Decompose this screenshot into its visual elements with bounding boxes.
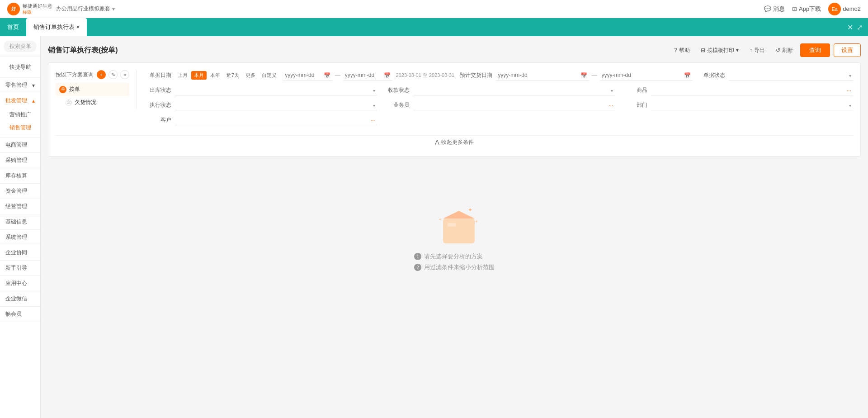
sidebar-item-marketing[interactable]: 营销推广	[4, 108, 37, 121]
customer-label: 客户	[144, 116, 171, 124]
filter-panel: 按以下方案查询 + ✎ « 单 按单 欠 欠货情况	[48, 62, 861, 157]
filter-scheme-icons: + ✎ «	[97, 70, 129, 79]
sidebar-section-purchase: 采购管理	[0, 153, 40, 168]
expected-date-from-input[interactable]	[496, 70, 589, 81]
scheme-item-按单[interactable]: 单 按单	[56, 83, 129, 96]
add-scheme-button[interactable]: +	[97, 70, 106, 79]
filter-field-goods: 商品 ···	[620, 85, 853, 95]
customer-input-wrap: ···	[175, 115, 377, 125]
filter-row-3: 执行状态 ▾ 业务员 ···	[144, 100, 853, 110]
goods-input[interactable]	[651, 85, 853, 95]
sidebar: 搜索菜单 零售管理 快捷导航 零售管理 ▾ 批发管理 ▴ 营销推广 销售管理	[0, 36, 41, 418]
sidebar-item-apps[interactable]: 应用中心	[0, 276, 40, 291]
date-tab-more[interactable]: 更多	[243, 71, 258, 80]
outbound-label: 出库状态	[144, 86, 171, 94]
query-button[interactable]: 查询	[800, 43, 830, 57]
breadcrumb: 办公用品行业模拟账套 ▾	[56, 5, 115, 13]
edit-scheme-button[interactable]: ✎	[108, 70, 118, 79]
sidebar-item-purchase[interactable]: 采购管理	[0, 153, 40, 168]
help-button[interactable]: ? 帮助	[670, 45, 693, 56]
goods-input-wrap: ···	[651, 85, 853, 95]
filter-field-salesman: 业务员 ···	[382, 100, 615, 110]
tab-close-button[interactable]: ✕	[847, 23, 853, 32]
sidebar-item-basic[interactable]: 基础信息	[0, 214, 40, 229]
logo-text: 畅捷通好生意 标版	[23, 3, 52, 15]
goods-label: 商品	[620, 86, 647, 94]
filter-field-date: 单据日期 上月 本月 本年 近7天 更多 自定义	[144, 70, 454, 81]
sidebar-section-newbie: 新手引导	[0, 261, 40, 276]
customer-input[interactable]	[175, 115, 377, 125]
date-tab-this-month[interactable]: 本月	[191, 71, 207, 80]
sidebar-item-member[interactable]: 畅会员	[0, 307, 40, 322]
exec-input[interactable]	[175, 100, 377, 110]
sidebar-item-retail[interactable]: 零售管理 ▾	[0, 78, 40, 93]
chevron-down-icon: ▾	[32, 82, 35, 89]
collapse-more-button[interactable]: ⋀ 收起更多条件	[56, 135, 853, 149]
sidebar-item-sales[interactable]: 销售管理	[4, 121, 37, 134]
empty-hint-item-2: 2 用过滤条件来缩小分析范围	[414, 263, 495, 271]
download-icon: ⊡	[792, 5, 797, 12]
settings-button[interactable]: 设置	[834, 43, 861, 57]
sidebar-section-enterprise: 企业协同	[0, 245, 40, 261]
scheme-item-欠货[interactable]: 欠 欠货情况	[56, 96, 129, 109]
user-avatar-area[interactable]: Ea demo2	[828, 3, 861, 15]
sidebar-item-wechat[interactable]: 企业微信	[0, 291, 40, 306]
date-tab-custom[interactable]: 自定义	[259, 71, 279, 80]
message-icon: 💬	[764, 5, 771, 12]
dept-input[interactable]	[651, 100, 853, 110]
tab-home[interactable]: 首页	[0, 18, 26, 36]
sidebar-section-basic: 基础信息	[0, 214, 40, 230]
sidebar-item-operations[interactable]: 经营管理	[0, 199, 40, 214]
help-icon: ?	[674, 47, 677, 53]
sidebar-item-ecommerce[interactable]: 电商管理	[0, 138, 40, 152]
receipt-input[interactable]	[413, 85, 615, 95]
date-tabs: 上月 本月 本年 近7天 更多 自定义	[175, 71, 279, 80]
page-actions: ? 帮助 ⊟ 按模板打印 ▾ ↑ 导出 ↺ 刷新 查询 设置	[670, 43, 861, 57]
receipt-dropdown-icon: ▾	[611, 88, 613, 93]
filter-field-outbound: 出库状态 ▾	[144, 85, 377, 95]
download-button[interactable]: ⊡ App下载	[792, 5, 821, 13]
sidebar-item-wholesale[interactable]: 批发管理 ▴	[0, 93, 40, 108]
status-input[interactable]	[729, 70, 853, 81]
export-button[interactable]: ↑ 导出	[746, 45, 769, 56]
refresh-button[interactable]: ↺ 刷新	[772, 45, 797, 56]
template-print-button[interactable]: ⊟ 按模板打印 ▾	[697, 45, 742, 56]
filter-row-1: 单据日期 上月 本月 本年 近7天 更多 自定义	[144, 70, 853, 81]
message-button[interactable]: 💬 消息	[764, 5, 785, 13]
empty-state: ✦ ✦ ✦ 1 请先选择要分析的方案 2 用过滤条件来缩小分析范围	[48, 162, 861, 310]
sidebar-item-enterprise[interactable]: 企业协同	[0, 245, 40, 260]
sidebar-item-newbie[interactable]: 新手引导	[0, 261, 40, 276]
tab-sales-order[interactable]: 销售订单执行表 ×	[26, 18, 87, 36]
sidebar-item-quick-nav[interactable]: 零售管理 快捷导航	[0, 60, 40, 75]
salesman-more-icon: ···	[609, 102, 613, 109]
filter-field-dept: 部门 ▾	[620, 100, 853, 110]
date-tab-last-month[interactable]: 上月	[175, 71, 190, 80]
collapse-scheme-button[interactable]: «	[120, 70, 129, 79]
sidebar-item-system[interactable]: 系统管理	[0, 230, 40, 245]
salesman-input[interactable]	[413, 100, 615, 110]
sidebar-item-finance[interactable]: 资金管理	[0, 184, 40, 199]
dept-label: 部门	[620, 101, 647, 109]
quick-nav-section: 零售管理 快捷导航	[0, 57, 40, 78]
sidebar-section-inventory: 库存核算	[0, 168, 40, 184]
empty-hint-item-1: 1 请先选择要分析的方案	[414, 252, 495, 261]
svg-text:✦: ✦	[439, 218, 442, 222]
breadcrumb-dropdown-icon[interactable]: ▾	[112, 6, 115, 12]
dept-input-wrap: ▾	[651, 100, 853, 110]
chevron-up-icon: ▴	[32, 98, 35, 104]
status-label: 单据状态	[698, 71, 725, 79]
svg-text:✦: ✦	[475, 219, 478, 224]
expected-date-to-input[interactable]	[600, 70, 693, 81]
tab-expand-button[interactable]: ⤢	[857, 23, 863, 32]
top-bar-left: 好 畅捷通好生意 标版 办公用品行业模拟账套 ▾	[7, 3, 115, 15]
outbound-input[interactable]	[175, 85, 377, 95]
date-tab-this-year[interactable]: 本年	[208, 71, 223, 80]
tab-bar: 首页 销售订单执行表 × ✕ ⤢	[0, 18, 868, 36]
date-tab-7days[interactable]: 近7天	[224, 71, 242, 80]
sidebar-item-inventory[interactable]: 库存核算	[0, 168, 40, 183]
sidebar-search: 搜索菜单	[0, 36, 40, 57]
status-dropdown-icon: ▾	[849, 73, 851, 78]
expected-calendar-from-icon: 📅	[580, 72, 587, 79]
expected-date-to-wrap: 📅	[600, 70, 693, 81]
search-menu-input[interactable]: 搜索菜单	[4, 41, 37, 52]
